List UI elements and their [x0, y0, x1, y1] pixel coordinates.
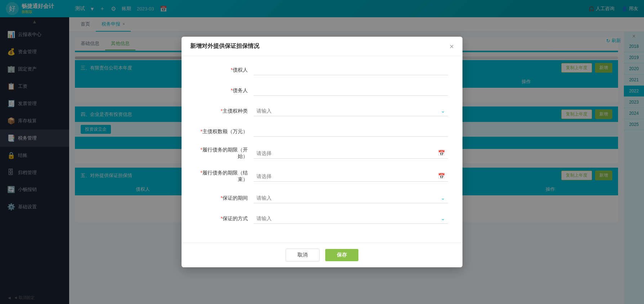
required-mark: *: [221, 215, 223, 221]
dialog-header: 新增对外提供保证担保情况 ×: [182, 37, 462, 56]
form-label-debtor: *债务人: [196, 87, 254, 94]
form-label-main-creditor-amount: *主债权数额（万元）: [196, 128, 254, 135]
form-label-obligation-end: *履行债务的期限（结束）: [196, 170, 254, 183]
form-label-main-creditor-type: *主债权种类: [196, 108, 254, 114]
chevron-down-icon[interactable]: ⌄: [438, 195, 448, 201]
form-label-guarantee-period: *保证的期间: [196, 195, 254, 201]
save-button[interactable]: 保存: [325, 249, 358, 261]
form-field-wrapper-guarantee-period[interactable]: ⌄: [254, 193, 448, 203]
form-row-guarantee-method: *保证的方式⌄: [196, 213, 448, 224]
modal-overlay[interactable]: 新增对外提供保证担保情况 × *债权人*债务人*主债权种类⌄*主债权数额（万元）…: [0, 0, 644, 304]
form-input-main-creditor-amount[interactable]: [254, 126, 448, 137]
form-input-obligation-start[interactable]: [254, 148, 435, 158]
chevron-down-icon[interactable]: ⌄: [438, 215, 448, 221]
form-row-main-creditor-amount: *主债权数额（万元）: [196, 126, 448, 137]
form-input-guarantee-period[interactable]: [254, 193, 438, 203]
form-input-debtor[interactable]: [254, 85, 448, 96]
required-mark: *: [231, 67, 233, 73]
form-input-main-creditor-type[interactable]: [254, 106, 438, 116]
form-row-main-creditor-type: *主债权种类⌄: [196, 106, 448, 116]
form-label-creditor: *债权人: [196, 67, 254, 73]
dialog-title: 新增对外提供保证担保情况: [190, 42, 259, 50]
dialog: 新增对外提供保证担保情况 × *债权人*债务人*主债权种类⌄*主债权数额（万元）…: [182, 37, 462, 267]
form-row-creditor: *债权人: [196, 65, 448, 75]
dialog-close-btn[interactable]: ×: [450, 43, 454, 50]
form-field-wrapper-main-creditor-type[interactable]: ⌄: [254, 106, 448, 116]
required-mark: *: [201, 128, 202, 134]
required-mark: *: [221, 108, 223, 114]
form-input-guarantee-method[interactable]: [254, 213, 438, 223]
dialog-body: *债权人*债务人*主债权种类⌄*主债权数额（万元）*履行债务的期限（开始）📅*履…: [182, 56, 462, 242]
form-input-obligation-end[interactable]: [254, 171, 435, 181]
chevron-down-icon[interactable]: ⌄: [438, 108, 448, 114]
form-label-guarantee-method: *保证的方式: [196, 215, 254, 222]
form-row-guarantee-period: *保证的期间⌄: [196, 193, 448, 203]
dialog-footer: 取消 保存: [182, 242, 462, 267]
form-row-obligation-start: *履行债务的期限（开始）📅: [196, 147, 448, 160]
form-input-creditor[interactable]: [254, 65, 448, 75]
form-field-wrapper-guarantee-method[interactable]: ⌄: [254, 213, 448, 224]
required-mark: *: [201, 170, 202, 176]
required-mark: *: [231, 87, 233, 93]
form-row-obligation-end: *履行债务的期限（结束）📅: [196, 170, 448, 183]
form-row-debtor: *债务人: [196, 85, 448, 96]
calendar-picker-icon[interactable]: 📅: [435, 173, 448, 180]
cancel-button[interactable]: 取消: [286, 249, 319, 262]
form-field-wrapper-obligation-start[interactable]: 📅: [254, 148, 448, 159]
required-mark: *: [201, 147, 202, 153]
form-label-obligation-start: *履行债务的期限（开始）: [196, 147, 254, 160]
calendar-picker-icon[interactable]: 📅: [435, 150, 448, 156]
required-mark: *: [221, 195, 223, 201]
form-field-wrapper-obligation-end[interactable]: 📅: [254, 171, 448, 182]
